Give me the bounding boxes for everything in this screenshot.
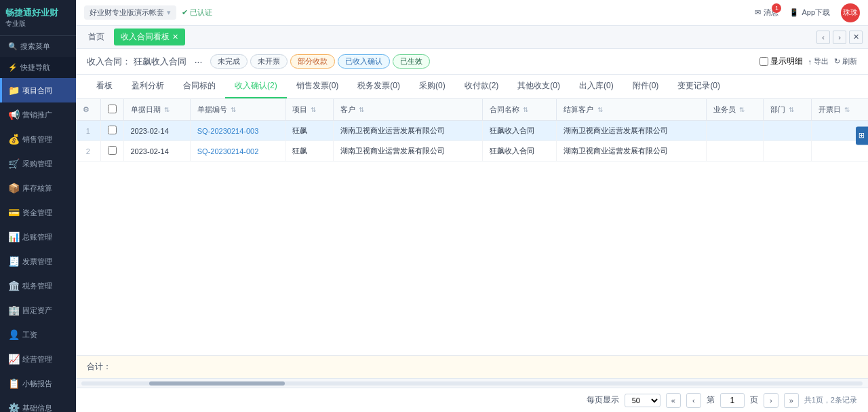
sidebar-item-quick[interactable]: ⚡ 快捷导航 (0, 57, 76, 78)
avatar-button[interactable]: 珠珠 (841, 3, 860, 22)
project-sort-icon[interactable]: ⇅ (311, 106, 316, 113)
app-download-button[interactable]: 📱 App下载 (789, 7, 830, 18)
row-dept-1 (764, 121, 812, 141)
display-detail-toggle[interactable]: 显示明细 (760, 56, 803, 67)
status-uncompleted[interactable]: 未完成 (210, 54, 248, 69)
status-partial-payment[interactable]: 部分收款 (290, 54, 335, 69)
row-link-2[interactable]: SQ-20230214-002 (197, 147, 259, 155)
department-sort-icon[interactable]: ⇅ (789, 106, 794, 113)
row-number-1[interactable]: SQ-20230214-003 (190, 121, 285, 141)
display-detail-checkbox[interactable] (760, 57, 768, 66)
messages-button[interactable]: ✉ 消息 1 (755, 7, 778, 18)
sidebar-item-reports[interactable]: 📋 小畅报告 (0, 371, 76, 396)
row-link-1[interactable]: SQ-20230214-003 (197, 127, 259, 135)
contract-sort-icon[interactable]: ⇅ (523, 106, 528, 113)
tab-profit[interactable]: 盈利分析 (122, 75, 174, 98)
status-uninvoiced[interactable]: 未开票 (250, 54, 288, 69)
pagination-last-button[interactable]: » (784, 393, 799, 408)
refresh-button[interactable]: ↻ 刷新 (834, 56, 857, 67)
sidebar-item-purchase[interactable]: 🛒 采购管理 (0, 151, 76, 176)
company-selector[interactable]: 好业财专业版演示帐套 ▾ (84, 5, 176, 20)
download-icon: 📱 (789, 8, 799, 17)
tab-in-out-stock[interactable]: 出入库(0) (570, 75, 623, 98)
marketing-icon: 📢 (7, 109, 20, 121)
home-tab[interactable]: 首页 (81, 29, 111, 45)
date-sort-icon[interactable]: ⇅ (164, 106, 170, 113)
more-options-button[interactable]: ··· (195, 56, 203, 67)
tabbar: 首页 收入合同看板 ✕ ‹ › ✕ (76, 26, 868, 49)
horizontal-scrollbar[interactable] (76, 378, 868, 388)
tab-next-button[interactable]: › (833, 31, 846, 44)
sidebar-item-project[interactable]: 📁 项目合同 (0, 78, 76, 102)
tab-prev-button[interactable]: ‹ (816, 31, 830, 44)
col-project: 项目 ⇅ (285, 99, 334, 121)
verified-label: 已认证 (190, 7, 212, 18)
export-button[interactable]: ↑ 导出 (808, 56, 829, 67)
sidebar-item-fixed-assets[interactable]: 🏢 固定资产 (0, 298, 76, 322)
status-confirmed[interactable]: 已收入确认 (338, 54, 390, 69)
table-header-row: ⚙ 单据日期 ⇅ 单据编号 ⇅ (76, 99, 868, 121)
sidebar-item-general[interactable]: 📊 总账管理 (0, 225, 76, 249)
sidebar-item-hr[interactable]: 👤 工资 (0, 322, 76, 347)
topbar-right: ✉ 消息 1 📱 App下载 珠珠 (755, 3, 860, 22)
customer-sort-icon[interactable]: ⇅ (359, 106, 364, 113)
sidebar-item-inventory[interactable]: 📦 库存核算 (0, 176, 76, 200)
row-check-1[interactable] (108, 126, 117, 134)
page-number-input[interactable] (720, 393, 745, 408)
pagination-next-button[interactable]: › (764, 393, 778, 408)
row-checkbox-1[interactable] (100, 121, 123, 141)
row-checkbox-2[interactable] (100, 141, 123, 162)
number-sort-icon[interactable]: ⇅ (231, 106, 236, 113)
reports-icon: 📋 (7, 377, 20, 390)
export-label: 导出 (814, 56, 829, 67)
tab-close-button[interactable]: ✕ (172, 33, 178, 41)
topbar: 好业财专业版演示帐套 ▾ ✔ 已认证 ✉ 消息 1 📱 App下载 珠珠 (76, 0, 868, 26)
sidebar: 畅捷通好业财 专业版 🔍 搜索菜单 ⚡ 快捷导航 📁 项目合同 📢 营销推广 💰… (0, 0, 76, 412)
sidebar-item-sales[interactable]: 💰 销售管理 (0, 127, 76, 151)
operations-icon: 📈 (7, 353, 20, 365)
row-check-2[interactable] (108, 146, 117, 155)
per-page-select[interactable]: 50 100 200 (625, 394, 660, 407)
col-customer: 客户 ⇅ (333, 99, 482, 121)
scrollbar-thumb[interactable] (149, 381, 285, 386)
tab-sales-invoice[interactable]: 销售发票(0) (287, 75, 349, 98)
sidebar-general-label: 总账管理 (22, 232, 52, 242)
row-number-2[interactable]: SQ-20230214-002 (190, 141, 285, 162)
settings-icon[interactable]: ⚙ (83, 105, 90, 113)
col-date-label: 单据日期 (131, 105, 161, 113)
pagination-prev-button[interactable]: ‹ (686, 393, 701, 408)
tab-revenue-confirm[interactable]: 收入确认(2) (225, 75, 287, 98)
sidebar-item-basic[interactable]: ⚙️ 基础信息 (0, 396, 76, 412)
tab-kanban[interactable]: 看板 (87, 75, 122, 98)
settle-sort-icon[interactable]: ⇅ (597, 106, 603, 113)
data-table: ⚙ 单据日期 ⇅ 单据编号 ⇅ (76, 99, 868, 162)
active-tab[interactable]: 收入合同看板 ✕ (114, 29, 185, 45)
status-effective[interactable]: 已生效 (393, 54, 430, 69)
col-project-label: 项目 (292, 105, 307, 113)
tab-other-income[interactable]: 其他收支(0) (508, 75, 570, 98)
col-contract-label: 合同名称 (490, 105, 519, 113)
sidebar-item-finance[interactable]: 💳 资金管理 (0, 200, 76, 225)
sidebar-item-operations[interactable]: 📈 经营管理 (0, 347, 76, 371)
row-project-2: 狂飙 (285, 141, 334, 162)
row-contract-2: 狂飙收入合同 (482, 141, 557, 162)
sidebar-item-tax[interactable]: 🏛️ 税务管理 (0, 274, 76, 298)
tab-purchase[interactable]: 采购(0) (410, 75, 455, 98)
open-date-sort-icon[interactable]: ⇅ (844, 106, 850, 113)
table-row: 2 2023-02-14 SQ-20230214-002 狂飙 湖南卫视商业运营… (76, 141, 868, 162)
tab-contract-subject[interactable]: 合同标的 (174, 75, 225, 98)
tab-tax-invoice[interactable]: 税务发票(0) (348, 75, 410, 98)
select-all-checkbox[interactable] (108, 105, 117, 113)
project-icon: 📁 (7, 84, 20, 96)
salesperson-sort-icon[interactable]: ⇅ (739, 106, 745, 113)
right-edge-panel[interactable]: ⊞ (856, 127, 868, 145)
sidebar-item-marketing[interactable]: 📢 营销推广 (0, 102, 76, 127)
sidebar-item-search[interactable]: 🔍 搜索菜单 (0, 36, 76, 57)
tab-payment[interactable]: 收付款(2) (455, 75, 509, 98)
sidebar-item-invoice[interactable]: 🧾 发票管理 (0, 249, 76, 274)
page-title: 收入合同： 狂飙收入合同 (87, 56, 186, 68)
tab-attachments[interactable]: 附件(0) (623, 75, 669, 98)
tab-change-records[interactable]: 变更记录(0) (668, 75, 730, 98)
tab-close-all-button[interactable]: ✕ (849, 31, 863, 44)
pagination-first-button[interactable]: « (666, 393, 681, 408)
